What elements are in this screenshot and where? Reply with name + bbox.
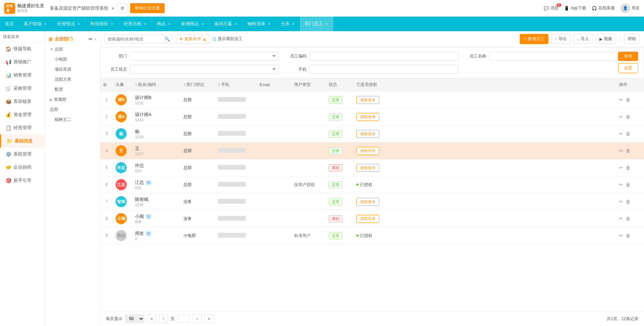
delete-icon[interactable]: 🗑 <box>626 131 631 136</box>
dept-item-peihuo[interactable]: 配货 <box>45 85 100 95</box>
nav-item-goods[interactable]: 商品✕ <box>152 17 176 31</box>
edit-icon[interactable]: ✏ <box>619 148 623 153</box>
next-page-btn[interactable]: › <box>193 314 202 323</box>
edit-icon[interactable]: ✏ <box>619 182 623 187</box>
edit-icon[interactable]: ✏ <box>619 114 623 120</box>
help-button[interactable]: 帮助 <box>624 34 640 44</box>
delete-icon[interactable]: 🗑 <box>626 97 631 103</box>
export-button[interactable]: ↑ 导出 <box>551 34 571 44</box>
nav-close-icon[interactable]: ✕ <box>168 22 171 26</box>
emp-name-input[interactable] <box>489 52 638 61</box>
first-page-btn[interactable]: « <box>147 314 156 323</box>
nav-item-profit[interactable]: 利润报告✕ <box>85 17 119 31</box>
auth-login-btn[interactable]: 授权登录 <box>356 215 379 223</box>
dept-item-plant[interactable]: 植树王二 <box>45 115 100 125</box>
th-name[interactable]: ↕ 姓名/编码 <box>132 78 181 91</box>
nav-close-icon[interactable]: ✕ <box>325 22 328 26</box>
edit-icon[interactable]: ✏ <box>619 233 623 238</box>
last-page-btn[interactable]: » <box>205 314 214 323</box>
edit-icon[interactable]: ✏ <box>619 165 623 170</box>
sidebar-item-basicinfo[interactable]: 📁 基础信息 <box>0 134 45 148</box>
dept-item-shenyang[interactable]: 沈阳大库 <box>45 74 100 85</box>
nav-close-icon[interactable]: ✕ <box>234 22 237 26</box>
nav-close-icon[interactable]: ✕ <box>292 22 295 26</box>
auth-login-btn[interactable]: 授权登录 <box>356 198 379 206</box>
show-resigned-checkbox[interactable]: ☑ 显示离职员工 <box>212 36 243 42</box>
page-size-select[interactable]: 50 20 100 <box>125 315 144 323</box>
prev-page-btn[interactable]: ‹ <box>159 314 168 323</box>
dept-item-xiaodian[interactable]: 小电部 <box>45 54 100 64</box>
edit-icon[interactable]: ✏ <box>619 97 623 103</box>
edit-icon[interactable]: ✏ <box>619 199 623 204</box>
nav-item-material[interactable]: 物料清单✕ <box>243 17 276 31</box>
dept-item-shuang[interactable]: ▶ 双鹿想 <box>45 95 100 105</box>
delete-icon[interactable]: 🗑 <box>626 199 631 204</box>
nav-item-home[interactable]: 首页 <box>0 17 19 31</box>
sidebar-item-bizmanage[interactable]: 📋 经营管理 <box>0 121 45 134</box>
dept-item-zongbu2[interactable]: 总部 <box>45 105 100 115</box>
arrow-down-icon[interactable]: ▼ <box>111 6 115 10</box>
dept-item-project[interactable]: 项目库房 <box>45 64 100 74</box>
delete-icon[interactable]: 🗑 <box>626 182 631 187</box>
trial-button[interactable]: 体验行业方案 <box>130 3 165 13</box>
edit-icon[interactable]: ✏ <box>619 131 623 136</box>
dept-select[interactable] <box>130 52 279 61</box>
dept-item-zongbu-root[interactable]: ▼ 总部 <box>45 44 100 54</box>
nav-close-icon[interactable]: ✕ <box>77 22 80 26</box>
auth-login-btn[interactable]: 授权登录 <box>356 130 379 138</box>
sidebar-item-sales[interactable]: 📊 销售管理 <box>0 69 45 82</box>
nav-close-icon[interactable]: ✕ <box>201 22 204 26</box>
edit-icon[interactable]: ✏ <box>619 216 623 221</box>
message-btn[interactable]: 💬 消息 5 <box>544 5 559 11</box>
sidebar-item-finance[interactable]: 💰 资金管理 <box>0 108 45 121</box>
delete-icon[interactable]: 🗑 <box>626 114 631 120</box>
phone-input[interactable] <box>309 65 459 74</box>
nav-item-barcode[interactable]: 条码方案✕ <box>209 17 243 31</box>
nav-item-warehouse[interactable]: 仓库✕ <box>276 17 300 31</box>
nav-item-dept[interactable]: 部门员工✕ <box>300 17 333 31</box>
delete-icon[interactable]: 🗑 <box>626 233 631 238</box>
nav-close-icon[interactable]: ✕ <box>44 22 47 26</box>
sidebar-item-collab[interactable]: 🤝 企业协同 <box>0 161 45 174</box>
page-input[interactable]: 1 <box>178 315 190 323</box>
user-area[interactable]: 👤 用友 <box>620 3 640 13</box>
nav-item-history[interactable]: 经营历程✕ <box>119 17 152 31</box>
gear-icon[interactable]: ⚙ <box>118 3 127 13</box>
sidebar-item-quicknav[interactable]: 🏠 快捷导航 <box>0 42 45 55</box>
emp-status-select[interactable] <box>130 65 279 74</box>
th-settings[interactable]: ⚙ <box>100 78 113 91</box>
auth-login-btn[interactable]: 授权登录 <box>356 113 379 121</box>
app-download-btn[interactable]: 📱 App下载 <box>564 5 586 11</box>
sidebar-item-guide[interactable]: 🎯 新手引导 <box>0 174 45 187</box>
delete-icon[interactable]: 🗑 <box>626 165 631 170</box>
query-button[interactable]: 查询 <box>618 52 638 61</box>
emp-code-input[interactable] <box>309 52 459 61</box>
online-service-btn[interactable]: 🎧 在线客服 <box>592 5 615 11</box>
th-dept[interactable]: ↕ 部门/职位 <box>181 78 215 91</box>
sidebar-search-input[interactable] <box>3 34 45 39</box>
nav-item-customer[interactable]: 客户联络✕ <box>19 17 52 31</box>
import-button[interactable]: ↓ 导入 <box>573 34 593 44</box>
dept-edit-icon[interactable]: ✏ <box>89 36 93 42</box>
sidebar-item-purchase[interactable]: 🛒 采购管理 <box>0 82 45 95</box>
nav-close-icon[interactable]: ✕ <box>110 22 114 26</box>
sidebar-item-sysmanage[interactable]: ⚙️ 系统管理 <box>0 148 45 161</box>
th-phone[interactable]: ↕ 手机 <box>215 78 257 91</box>
dept-collapse-icon[interactable]: ‹ <box>95 36 97 42</box>
sidebar-item-marketing[interactable]: 📢 营销推广 <box>0 55 45 69</box>
add-employee-button[interactable]: + 新增员工 <box>520 34 548 44</box>
auth-login-btn[interactable]: 授权登录 <box>356 96 379 104</box>
auth-login-btn[interactable]: 授权登录 <box>356 147 379 155</box>
delete-icon[interactable]: 🗑 <box>626 216 631 221</box>
auth-login-btn[interactable]: 授权登录 <box>356 164 379 172</box>
nav-close-icon[interactable]: ✕ <box>267 22 271 26</box>
nav-item-newgoods[interactable]: 新增商品✕ <box>176 17 209 31</box>
view-button[interactable]: ▶ 视频 <box>596 34 616 44</box>
nav-close-icon[interactable]: ✕ <box>144 22 147 26</box>
search-input[interactable] <box>108 37 163 42</box>
sidebar-item-inventory[interactable]: 📦 库存核算 <box>0 95 45 108</box>
delete-icon[interactable]: 🗑 <box>626 148 631 153</box>
more-filter-btn[interactable]: ▼ 更多条件 ▲ <box>176 34 210 44</box>
set-button[interactable]: 设置 <box>618 63 638 73</box>
nav-item-operation[interactable]: 经营情况✕ <box>52 17 85 31</box>
